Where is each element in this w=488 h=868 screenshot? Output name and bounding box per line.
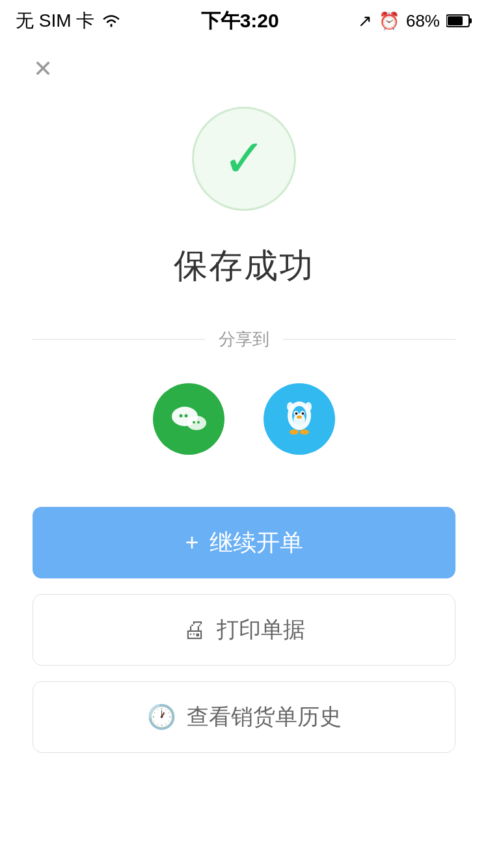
close-button[interactable]: ✕ <box>23 49 62 88</box>
close-icon: ✕ <box>33 55 53 83</box>
status-right: ↗ ⏰ 68% <box>358 11 472 31</box>
wechat-share-button[interactable] <box>153 383 224 455</box>
share-divider: 分享到 <box>33 328 455 351</box>
continue-label: 继续开单 <box>210 527 303 559</box>
svg-point-6 <box>184 414 187 417</box>
battery-icon <box>446 14 472 28</box>
wechat-icon <box>168 398 210 441</box>
svg-point-16 <box>297 416 302 419</box>
plus-icon: + <box>185 531 198 554</box>
divider-line-right <box>282 339 455 340</box>
sim-label: 无 SIM 卡 <box>16 8 94 33</box>
action-buttons: + 继续开单 🖨 打印单据 🕐 查看销货单历史 <box>33 507 455 753</box>
alarm-icon: ⏰ <box>379 11 400 31</box>
main-content: ✓ 保存成功 分享到 <box>0 42 488 753</box>
qq-icon <box>278 396 321 442</box>
svg-point-8 <box>197 421 200 424</box>
svg-point-5 <box>179 414 182 417</box>
wifi-icon <box>101 13 122 29</box>
svg-point-15 <box>301 413 304 415</box>
history-icon: 🕐 <box>147 705 176 729</box>
status-left: 无 SIM 卡 <box>16 8 122 33</box>
battery-percent: 68% <box>406 11 440 31</box>
svg-point-20 <box>305 402 312 411</box>
qq-share-button[interactable] <box>264 383 335 455</box>
svg-rect-2 <box>448 16 463 25</box>
success-circle: ✓ <box>192 107 296 211</box>
svg-point-17 <box>290 429 299 435</box>
svg-point-14 <box>295 413 297 415</box>
divider-line-left <box>33 339 206 340</box>
success-title: 保存成功 <box>174 243 314 289</box>
print-icon: 🖨 <box>183 618 206 642</box>
share-icons-container <box>153 383 335 455</box>
location-icon: ↗ <box>358 11 372 31</box>
svg-rect-1 <box>469 18 472 23</box>
history-label: 查看销货单历史 <box>187 702 342 732</box>
svg-point-19 <box>287 402 293 411</box>
history-button[interactable]: 🕐 查看销货单历史 <box>33 681 455 753</box>
continue-button[interactable]: + 继续开单 <box>33 507 455 578</box>
print-button[interactable]: 🖨 打印单据 <box>33 594 455 666</box>
status-bar: 无 SIM 卡 下午3:20 ↗ ⏰ 68% <box>0 0 488 42</box>
svg-point-4 <box>187 416 206 430</box>
print-label: 打印单据 <box>217 615 305 645</box>
check-icon: ✓ <box>223 133 266 185</box>
status-time: 下午3:20 <box>201 8 279 34</box>
svg-point-7 <box>193 421 195 424</box>
svg-point-18 <box>300 429 309 435</box>
share-label: 分享到 <box>219 328 269 351</box>
